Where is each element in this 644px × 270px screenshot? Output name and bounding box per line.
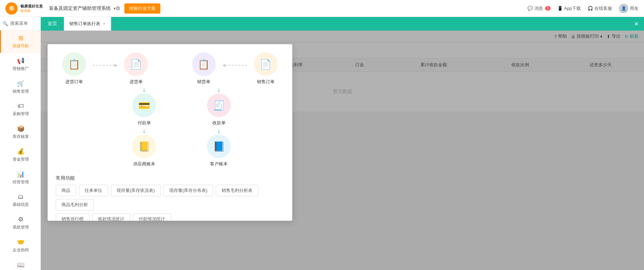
supplier-ledger-icon: 📒 [132,134,156,158]
flow-node-sales-bill[interactable]: 📋 销货单 [185,52,222,85]
avatar: 👤 [619,4,628,13]
cf-buttons-row1: 商品往来单位现存量(库存状况表)现存量(库存分布表)销售毛利分析表商品毛利分析 [56,185,284,211]
sidebar-item-sales[interactable]: 🛒 销售管理 [0,76,40,98]
purchase-label: 采购管理 [13,111,29,117]
sales-icon: 🛒 [17,80,24,87]
purchase-bill-icon: 📄 [124,52,148,76]
sidebar-item-quick-nav[interactable]: ⊞ 快捷导航 [0,30,40,53]
message-badge: 5 [545,6,551,11]
guide-icon: 📖 [17,261,24,269]
overlay[interactable]: 📋 进货订单 ▶ 📄 [41,31,644,270]
quick-nav-icon: ⊞ [18,34,23,42]
user-menu-button[interactable]: 👤 用友 [619,4,639,13]
sales-bill-icon: 📋 [192,52,216,76]
cf-button-7[interactable]: 收款情况统计 [92,213,130,221]
sidebar-item-operation[interactable]: 📊 经营管理 [0,166,40,189]
quick-nav-panel: 📋 进货订单 ▶ 📄 [48,44,292,221]
enterprise-label: 企业协同 [13,247,29,253]
sidebar-item-guide[interactable]: 📖 新手引导 [0,257,40,270]
finance-label: 资金管理 [13,157,29,162]
sidebar-item-finance[interactable]: 💰 资金管理 [0,144,40,166]
operation-label: 经营管理 [13,179,29,185]
system-icon: ⚙ [18,216,23,223]
inventory-icon: 📦 [17,125,24,132]
cf-button-5[interactable]: 商品毛利分析 [56,199,94,211]
tab-close-button[interactable]: × [103,21,105,26]
gear-button[interactable]: ⚙ [116,5,120,12]
service-icon: 🎧 [588,6,593,11]
cf-title: 常用功能 [56,175,284,181]
tab-bar: 首页 销售订单执行表 × ✕ [41,17,644,31]
app-icon: 📱 [557,6,563,11]
operation-icon: 📊 [17,170,24,178]
online-service-button[interactable]: 🎧 在线客服 [588,5,612,12]
sales-order-icon: 📄 [254,52,278,76]
cf-button-3[interactable]: 现存量(库存分布表) [163,185,213,196]
basic-icon: 🗂 [18,193,24,200]
logo-area: ⑥ 畅康通好生意 标准版 [5,2,46,15]
common-functions: 常用功能 商品往来单位现存量(库存状况表)现存量(库存分布表)销售毛利分析表商品… [56,175,284,221]
tab-home[interactable]: 首页 [41,17,64,31]
logo-text: 畅康通好生意 标准版 [20,4,43,13]
sidebar: 🔍 搜索菜单 ⊞ 快捷导航 📢 营销推广 🛒 销售管理 🏷 采购管理 📦 库存核… [0,17,41,270]
search-menu-button[interactable]: 🔍 搜索菜单 [0,17,40,30]
flow-node-sales-order[interactable]: 📄 销售订单 [247,52,284,85]
flow-node-payment[interactable]: 💳 付款单 [124,93,164,126]
page-close-button[interactable]: ✕ [629,17,644,31]
sidebar-item-basic[interactable]: 🗂 基础信息 [0,189,40,212]
finance-icon: 💰 [17,148,24,155]
app-download-button[interactable]: 📱 App下载 [557,5,581,12]
sidebar-item-system[interactable]: ⚙ 系统管理 [0,212,40,234]
cf-button-4[interactable]: 销售毛利分析表 [216,185,258,196]
system-title: 装备及固定资产辅助管理系统 ▾ [49,5,116,12]
cf-button-6[interactable]: 销售排行榜 [56,213,89,221]
sidebar-item-purchase[interactable]: 🏷 采购管理 [0,98,40,121]
flow-node-receipt[interactable]: 🧾 收款单 [198,93,239,126]
inventory-label: 库存核算 [13,134,29,140]
purchase-order-icon: 📋 [62,52,86,76]
sidebar-item-marketing[interactable]: 📢 营销推广 [0,53,40,76]
cf-button-2[interactable]: 现存量(库存状况表) [111,185,161,196]
search-icon: 🔍 [3,21,8,26]
customer-ledger-icon: 📘 [207,134,231,158]
cf-buttons-row2: 销售排行榜收款情况统计付款情况统计 [56,213,284,221]
system-label: 系统管理 [13,224,29,230]
tab-sales-order[interactable]: 销售订单执行表 × [64,17,111,31]
marketing-label: 营销推广 [13,66,29,72]
payment-icon: 💳 [132,93,156,117]
cf-button-1[interactable]: 往来单位 [79,185,108,196]
quick-nav-label: 快捷导航 [13,43,29,49]
basic-label: 基础信息 [13,202,29,208]
purchase-icon: 🏷 [18,103,24,110]
sidebar-item-enterprise[interactable]: 🤝 企业协同 [0,234,40,257]
logo-icon: ⑥ [5,2,18,15]
sidebar-item-inventory[interactable]: 📦 库存核算 [0,121,40,144]
cf-button-8[interactable]: 付款情况统计 [133,213,171,221]
flow-node-customer-ledger[interactable]: 📘 客户账本 [198,134,239,167]
receipt-icon: 🧾 [207,93,231,117]
cf-button-0[interactable]: 商品 [56,185,76,196]
sales-label: 销售管理 [13,89,29,94]
message-button[interactable]: 💬 消息 5 [527,5,551,12]
experience-button[interactable]: 体验行业方案 [124,3,160,14]
enterprise-icon: 🤝 [17,238,24,246]
flow-node-purchase-bill[interactable]: 📄 进货单 [118,52,155,85]
marketing-icon: 📢 [17,57,24,65]
flow-node-supplier-ledger[interactable]: 📒 供应商账本 [124,134,164,167]
page-content: ? 帮助 🖨 按模板打印 ▾ ⬆ 导出 ↻ 刷新 [41,31,644,270]
message-icon: 💬 [527,6,533,11]
flow-node-purchase-order[interactable]: 📋 进货订单 [56,52,93,85]
